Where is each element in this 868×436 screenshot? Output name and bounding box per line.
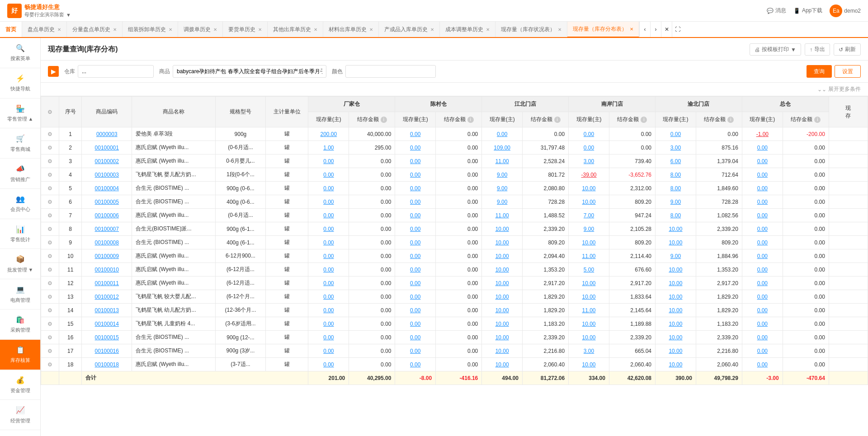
row-jiangbei-stock[interactable]: 10.00 xyxy=(482,358,523,371)
row-gear[interactable]: ⚙ xyxy=(41,304,59,317)
row-gear[interactable]: ⚙ xyxy=(41,331,59,344)
row-gear[interactable]: ⚙ xyxy=(41,168,59,182)
row-gear[interactable]: ⚙ xyxy=(41,249,59,263)
row-chenjiang-stock[interactable]: 0.00 xyxy=(395,141,436,155)
row-jiangbei-stock[interactable]: 10.00 xyxy=(482,236,523,249)
row-total-stock[interactable]: 0.00 xyxy=(742,358,783,371)
row-nanan-stock[interactable]: 10.00 xyxy=(569,236,609,249)
row-factory-stock[interactable]: 0.00 xyxy=(308,344,349,358)
row-nanan-stock[interactable]: 10.00 xyxy=(569,317,609,331)
row-factory-stock[interactable]: 0.00 xyxy=(308,263,349,277)
sidebar-item-operation[interactable]: 📈 经营管理 xyxy=(0,400,40,430)
row-yubei-stock[interactable]: 8.00 xyxy=(656,182,696,195)
row-gear[interactable]: ⚙ xyxy=(41,222,59,236)
row-jiangbei-stock[interactable]: 9.00 xyxy=(482,182,523,195)
row-total-stock[interactable]: 0.00 xyxy=(742,317,783,331)
row-factory-stock[interactable]: 0.00 xyxy=(308,304,349,317)
tab-branch-inventory[interactable]: 分量盘点单历史 ✕ xyxy=(67,22,123,38)
row-jiangbei-stock[interactable]: 10.00 xyxy=(482,331,523,344)
app-download-btn[interactable]: 📱 App下载 xyxy=(793,7,822,14)
row-factory-stock[interactable]: 0.00 xyxy=(308,182,349,195)
sidebar-item-basic[interactable]: ℹ️ 基础信息 xyxy=(0,430,40,436)
row-yubei-stock[interactable]: 10.00 xyxy=(656,317,696,331)
tab-close-inventory-single[interactable]: ✕ xyxy=(57,27,61,32)
tab-close-other[interactable]: ✕ xyxy=(314,27,317,32)
row-yubei-stock[interactable]: 10.00 xyxy=(656,222,696,236)
row-factory-stock[interactable]: 0.00 xyxy=(308,195,349,209)
row-code[interactable]: 00100011 xyxy=(82,277,132,290)
sidebar-item-retail-stats[interactable]: 📊 零售统计 xyxy=(0,219,40,249)
row-nanan-stock[interactable]: 10.00 xyxy=(569,290,609,304)
row-total-stock[interactable]: 0.00 xyxy=(742,236,783,249)
row-total-stock[interactable]: 0.00 xyxy=(742,155,783,168)
export-btn[interactable]: ↑ 导出 xyxy=(805,43,830,56)
row-total-stock[interactable]: 0.00 xyxy=(742,344,783,358)
row-total-stock[interactable]: 0.00 xyxy=(742,209,783,222)
row-chenjiang-stock[interactable]: 0.00 xyxy=(395,263,436,277)
sidebar-item-inventory[interactable]: 📋 库存核算 xyxy=(0,340,40,370)
yubei-amt-info-icon[interactable]: i xyxy=(727,117,734,123)
tab-close-cost[interactable]: ✕ xyxy=(486,27,490,32)
row-factory-stock[interactable]: 0.00 xyxy=(308,222,349,236)
row-factory-stock[interactable]: 0.00 xyxy=(308,277,349,290)
product-input[interactable] xyxy=(173,65,326,78)
row-total-stock[interactable]: -1.00 xyxy=(742,127,783,141)
row-code[interactable]: 00100001 xyxy=(82,141,132,155)
row-yubei-stock[interactable]: 10.00 xyxy=(656,290,696,304)
row-total-stock[interactable]: 0.00 xyxy=(742,195,783,209)
row-code[interactable]: 00100004 xyxy=(82,182,132,195)
tab-stock-dist[interactable]: 现存量（库存分布表） ✕ xyxy=(567,22,639,38)
row-gear[interactable]: ⚙ xyxy=(41,182,59,195)
row-total-stock[interactable]: 0.00 xyxy=(742,168,783,182)
row-yubei-stock[interactable]: 10.00 xyxy=(656,277,696,290)
row-nanan-stock[interactable]: 11.00 xyxy=(569,304,609,317)
row-factory-stock[interactable]: 0.00 xyxy=(308,331,349,344)
row-factory-stock[interactable]: 0.00 xyxy=(308,236,349,249)
tab-cost-adjust[interactable]: 成本调整单历史 ✕ xyxy=(440,22,495,38)
row-nanan-stock[interactable]: 3.00 xyxy=(569,344,609,358)
row-chenjiang-stock[interactable]: 0.00 xyxy=(395,209,436,222)
row-nanan-stock[interactable]: 10.00 xyxy=(569,277,609,290)
row-jiangbei-stock[interactable]: 10.00 xyxy=(482,277,523,290)
row-code[interactable]: 00100018 xyxy=(82,358,132,371)
row-total-stock[interactable]: 0.00 xyxy=(742,249,783,263)
row-code[interactable]: 00100014 xyxy=(82,317,132,331)
row-nanan-stock[interactable]: 10.00 xyxy=(569,331,609,344)
row-total-stock[interactable]: 0.00 xyxy=(742,331,783,344)
row-factory-stock[interactable]: 1.00 xyxy=(308,141,349,155)
row-jiangbei-stock[interactable]: 109.00 xyxy=(482,141,523,155)
row-yubei-stock[interactable]: 10.00 xyxy=(656,358,696,371)
row-chenjiang-stock[interactable]: 0.00 xyxy=(395,317,436,331)
message-btn[interactable]: 💬 消息 xyxy=(767,7,786,14)
sidebar-item-member[interactable]: 👥 会员中心 xyxy=(0,189,40,219)
total-amt-info-icon[interactable]: i xyxy=(814,117,821,123)
row-gear[interactable]: ⚙ xyxy=(41,155,59,168)
row-gear[interactable]: ⚙ xyxy=(41,290,59,304)
row-yubei-stock[interactable]: 10.00 xyxy=(656,236,696,249)
row-yubei-stock[interactable]: 3.00 xyxy=(656,141,696,155)
row-jiangbei-stock[interactable]: 11.00 xyxy=(482,155,523,168)
row-chenjiang-stock[interactable]: 0.00 xyxy=(395,195,436,209)
tab-close-status[interactable]: ✕ xyxy=(558,27,561,32)
row-nanan-stock[interactable]: 5.00 xyxy=(569,263,609,277)
row-factory-stock[interactable]: 200.00 xyxy=(308,127,349,141)
row-nanan-stock[interactable]: -39.00 xyxy=(569,168,609,182)
row-gear[interactable]: ⚙ xyxy=(41,277,59,290)
tab-close-dist[interactable]: ✕ xyxy=(630,27,633,32)
row-code[interactable]: 00100009 xyxy=(82,249,132,263)
row-gear[interactable]: ⚙ xyxy=(41,195,59,209)
color-input[interactable] xyxy=(345,65,436,78)
row-nanan-stock[interactable]: 7.00 xyxy=(569,209,609,222)
row-factory-stock[interactable]: 0.00 xyxy=(308,209,349,222)
row-code[interactable]: 00100007 xyxy=(82,222,132,236)
tab-next-btn[interactable]: › xyxy=(650,22,661,38)
row-yubei-stock[interactable]: 0.00 xyxy=(656,127,696,141)
row-chenjiang-stock[interactable]: 0.00 xyxy=(395,331,436,344)
row-total-stock[interactable]: 0.00 xyxy=(742,290,783,304)
row-code[interactable]: 00100013 xyxy=(82,304,132,317)
row-jiangbei-stock[interactable]: 9.00 xyxy=(482,195,523,209)
row-total-stock[interactable]: 0.00 xyxy=(742,141,783,155)
row-jiangbei-stock[interactable]: 10.00 xyxy=(482,290,523,304)
row-nanan-stock[interactable]: 0.00 xyxy=(569,127,609,141)
tab-close-branch[interactable]: ✕ xyxy=(113,27,117,32)
